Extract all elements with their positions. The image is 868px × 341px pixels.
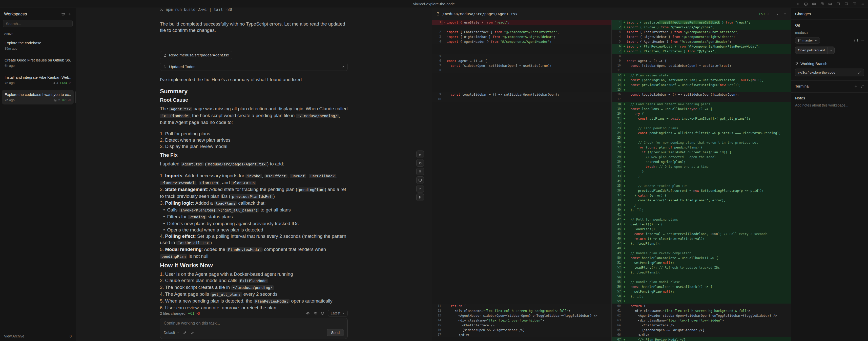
archive-button[interactable]	[61, 12, 65, 16]
code-text: setPendingPlan(null);	[627, 260, 791, 265]
diff-spacer	[432, 78, 611, 83]
diff-marker: +	[622, 126, 627, 130]
edit-branch-button[interactable]	[858, 71, 861, 74]
diff-row: 24+ const pendingPlans = allPlans.filter…	[432, 130, 791, 135]
diff-marker: +	[622, 87, 627, 92]
terminal-command-row[interactable]: npm run build 2>&1 | tail -80	[160, 8, 348, 13]
copy-button[interactable]	[416, 159, 424, 167]
branch-more-button[interactable]	[860, 39, 864, 42]
diff-line: 10	[432, 97, 611, 102]
code-text: try {	[627, 111, 791, 116]
eye-button[interactable]	[306, 311, 310, 315]
diff-marker: +	[622, 159, 627, 164]
pause-button[interactable]	[796, 2, 800, 6]
refresh-button[interactable]	[321, 311, 324, 315]
line-number: 3	[432, 34, 443, 39]
open-pull-request-button[interactable]: Open pull request	[795, 46, 835, 54]
branch-selector[interactable]: master	[795, 37, 820, 43]
diff-line: 6+import { PlanReviewModal } from "@/com…	[611, 44, 791, 49]
code-text: const loadPlans = useCallback(async () =…	[627, 106, 791, 111]
bullet-item: •Calls invoke<PlanItem[]>('get_all_plans…	[163, 207, 348, 214]
play-button[interactable]	[416, 185, 424, 192]
latest-dropdown[interactable]: Latest	[328, 310, 348, 316]
ordered-list: 1. User is on the Agent page with a Dock…	[160, 271, 348, 309]
panel-right-button[interactable]	[852, 2, 856, 6]
diff-marker: +	[622, 217, 627, 222]
workspace-item[interactable]: Explore the codebase I want you to ex...…	[2, 90, 74, 104]
commits-ahead-indicator: 1	[853, 38, 858, 42]
plus-button[interactable]	[68, 12, 72, 16]
diff-marker: +	[622, 78, 627, 83]
diff-marker	[622, 34, 627, 39]
diff-row: 31+ break; // Only open one at a time	[432, 164, 791, 169]
diff-marker: +	[622, 284, 627, 289]
code-text: {sidebarOpen && <RightSidebar />}	[627, 328, 791, 332]
diff-spacer	[432, 212, 611, 217]
paperclip-button[interactable]	[183, 331, 187, 335]
tool-call-label: Updated Todos	[169, 64, 195, 69]
panel-left-button[interactable]	[836, 2, 840, 6]
workspace-item[interactable]: Install and integrate Vibe Kanban Web...…	[2, 72, 74, 87]
diff-marker	[443, 328, 447, 332]
workspace-item[interactable]: Explore the codebase35m ago	[2, 38, 74, 53]
code-text: const [pendingPlan, setPendingPlan] = us…	[627, 78, 791, 83]
tool-call-read-file[interactable]: Read medusa/src/pages/Agent.tsx	[160, 51, 232, 59]
file-text-button[interactable]	[416, 168, 424, 175]
pencil-button[interactable]	[191, 331, 194, 335]
collapse-button[interactable]	[416, 151, 424, 158]
diff-spacer	[432, 284, 611, 289]
screen-share-icon	[804, 2, 808, 6]
archive-count: 0	[70, 334, 72, 338]
notes-placeholder[interactable]: Add notes about this workspace...	[795, 103, 864, 107]
diff-line: 23+ // Find pending plans	[611, 126, 791, 130]
code-text	[627, 68, 791, 73]
terminal-section: Terminal	[791, 81, 868, 92]
swap-button[interactable]	[416, 193, 424, 201]
scrollbar-thumb[interactable]	[75, 91, 75, 103]
monitor-icon	[418, 178, 422, 182]
tool-call-label: Read medusa/src/pages/Agent.tsx	[169, 53, 229, 57]
view-archive-link[interactable]: View Archive	[4, 334, 24, 338]
files-changed-label[interactable]: 2 files changed	[160, 311, 185, 315]
working-branch-input[interactable]	[798, 70, 856, 74]
panel-bottom-button[interactable]	[844, 2, 848, 6]
diff-marker	[622, 308, 627, 313]
diff-marker: +	[622, 255, 627, 260]
monitor-button[interactable]	[416, 176, 424, 184]
plus-button[interactable]	[854, 85, 858, 88]
paragraph: I've implemented the fix. Here's a summa…	[160, 76, 348, 83]
diff-floating-toolbar	[416, 151, 424, 201]
tool-call-updated-todos[interactable]: Updated Todos	[160, 63, 348, 71]
maximize-button[interactable]	[860, 85, 864, 88]
wrap-text-button[interactable]	[775, 12, 778, 16]
diff-line: 17	[611, 97, 791, 102]
list-button[interactable]	[861, 2, 864, 6]
diff-panel: /medusa/medusa/src/pages/Agent.tsx +59 -…	[432, 8, 791, 341]
diff-line: 4 import { RightSidebar } from "@/compon…	[611, 34, 791, 39]
message-input[interactable]	[164, 321, 344, 329]
diff-marker: +	[622, 212, 627, 217]
code-text: return (	[627, 304, 791, 308]
screen-share-button[interactable]	[804, 2, 808, 6]
model-selector[interactable]: Default	[164, 331, 179, 335]
list-checks-button[interactable]	[313, 311, 317, 315]
diff-spacer	[432, 169, 611, 174]
diff-marker: +	[622, 275, 627, 280]
composer-actions	[183, 331, 194, 335]
line-number: 53	[612, 270, 622, 275]
code-text: <div className="flex flex-1 overflow-hid…	[447, 318, 611, 323]
diff-line: 34+	[611, 179, 791, 183]
code-text	[447, 97, 611, 102]
diff-spacer	[432, 294, 611, 299]
chevron-down-button[interactable]	[783, 12, 787, 16]
diff-marker: +	[622, 179, 627, 183]
line-number: 44	[612, 227, 622, 231]
search-input[interactable]	[6, 22, 70, 26]
camera-button[interactable]	[812, 2, 816, 6]
workspace-item[interactable]: Create Good First Issues on Github So...…	[2, 55, 74, 70]
grid-button[interactable]	[820, 2, 824, 6]
keyboard-button[interactable]	[828, 2, 832, 6]
pr-dropdown-toggle[interactable]	[828, 47, 834, 54]
send-button[interactable]: Send	[327, 329, 344, 336]
diff-row: 67+ {/* Plan Review Modal */}	[432, 337, 791, 341]
